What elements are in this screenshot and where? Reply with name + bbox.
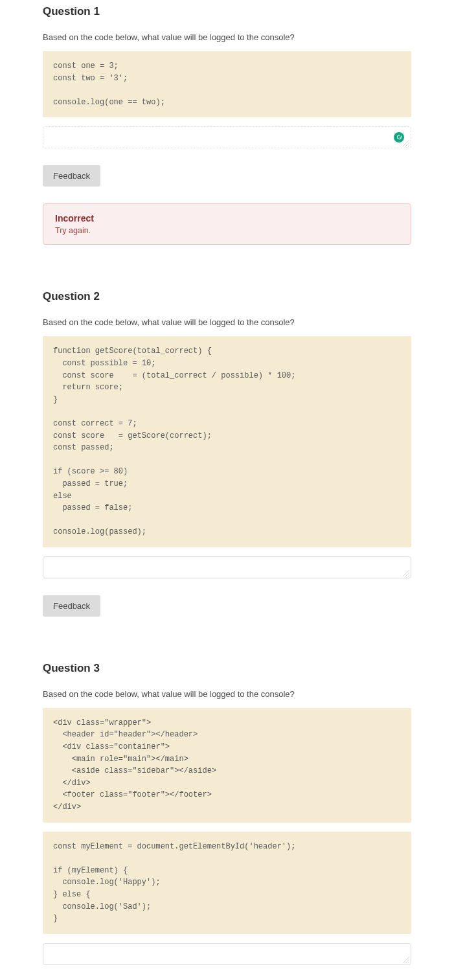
code-block: <div class="wrapper"> <header id="header… [43,708,411,823]
feedback-panel: Incorrect Try again. [43,203,411,245]
answer-input[interactable] [43,126,411,148]
feedback-message: Try again. [55,226,399,235]
question-title: Question 1 [43,5,411,18]
answer-input[interactable] [43,943,411,965]
question-prompt: Based on the code below, what value will… [43,689,411,699]
question-block-1: Question 1 Based on the code below, what… [43,5,411,245]
question-prompt: Based on the code below, what value will… [43,317,411,327]
feedback-status: Incorrect [55,213,399,223]
question-title: Question 3 [43,662,411,675]
question-title: Question 2 [43,290,411,303]
grammarly-icon [394,132,404,142]
feedback-button[interactable]: Feedback [43,165,100,187]
question-block-3: Question 3 Based on the code below, what… [43,662,411,980]
resize-handle-icon [403,140,409,146]
code-block: const one = 3; const two = '3'; console.… [43,51,411,117]
resize-handle-icon [403,570,409,576]
question-block-2: Question 2 Based on the code below, what… [43,290,411,617]
question-prompt: Based on the code below, what value will… [43,32,411,42]
answer-input[interactable] [43,556,411,578]
code-block: const myElement = document.getElementByI… [43,832,411,934]
feedback-button[interactable]: Feedback [43,595,100,617]
quiz-page: Question 1 Based on the code below, what… [0,0,454,980]
resize-handle-icon [403,957,409,963]
code-block: function getScore(total_correct) { const… [43,336,411,547]
